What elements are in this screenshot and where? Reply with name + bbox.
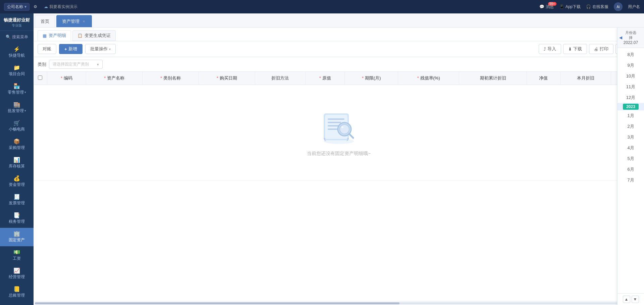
category-select[interactable]: 请选择固定资产类别 — [49, 60, 103, 69]
month-item-3[interactable]: 3月 — [618, 132, 644, 143]
download-btn[interactable]: ⬇ 下载 — [563, 44, 587, 54]
tab-close-icon[interactable]: × — [82, 19, 86, 24]
demo-cloud-icon: ☁ — [44, 4, 48, 9]
sidebar-item-project[interactable]: 📁 项目合同 — [0, 62, 34, 80]
sidebar-item-tax[interactable]: 📑 税务管理 — [0, 209, 34, 228]
sidebar-item-purchase[interactable]: 📦 采购管理 — [0, 136, 34, 154]
top-bar: 公司名称 ▾ ⚙ ☁ 我要看实例演示 💬 消息 99+ 📱 App下载 🎧 在线… — [0, 0, 644, 13]
app-icon: 📱 — [559, 4, 564, 9]
message-badge: 99+ — [548, 2, 556, 6]
import-btn[interactable]: ⤴ 导入 — [539, 44, 561, 54]
month-item-9[interactable]: 9月 — [618, 60, 644, 71]
th-net-value: 净值 — [527, 72, 560, 85]
sidebar-item-salary[interactable]: 💵 工资 — [0, 246, 34, 265]
tab-home[interactable]: 首页 — [35, 15, 55, 27]
user-avatar[interactable]: Ai — [614, 2, 623, 11]
print-btn[interactable]: 🖨 打印 — [589, 44, 613, 54]
month-list: 8月 9月 10月 11月 12月 2023 1月 2月 3月 4月 5月 6月… — [618, 48, 644, 293]
invoice-label: 发票管理 — [9, 200, 25, 206]
table-body: 当前您还没有固定资产明细哦~ — [34, 85, 644, 181]
svg-line-9 — [349, 134, 353, 138]
month-item-2[interactable]: 2月 — [618, 121, 644, 132]
th-net-value-label: 净值 — [539, 75, 548, 81]
app-title: 畅捷通好业财 — [3, 17, 31, 23]
month-item-8[interactable]: 8月 — [618, 49, 644, 60]
sidebar-item-inventory[interactable]: 📊 库存核算 — [0, 154, 34, 172]
reconcile-btn[interactable]: 对账 — [38, 44, 56, 54]
wholesale-with-arrow: 批发管理 ▾ — [8, 108, 26, 114]
month-item-1[interactable]: 1月 — [618, 110, 644, 121]
invoice-icon: 🧾 — [13, 194, 20, 200]
add-icon: + — [64, 47, 67, 52]
sidebar-item-ledger[interactable]: 📒 总账管理 — [0, 283, 34, 302]
online-service-btn[interactable]: 🎧 在线客服 — [586, 4, 608, 10]
horizontal-scrollbar[interactable] — [34, 301, 644, 305]
month-item-4[interactable]: 4月 — [618, 143, 644, 153]
month-item-5[interactable]: 5月 — [618, 153, 644, 164]
sidebar-nav: ⚡ 快捷导航 📁 项目合同 🏪 零售管理 ▾ 🏬 批发管理 ▾ — [0, 42, 34, 305]
empty-text: 当前您还没有固定资产明细哦~ — [307, 151, 371, 157]
sidebar-item-ecommerce[interactable]: 🛒 小畅电商 — [0, 117, 34, 136]
svg-rect-3 — [328, 118, 344, 120]
batch-ops-label: 批量操作 — [90, 46, 108, 52]
sidebar-item-retail[interactable]: 🏪 零售管理 ▾ — [0, 80, 34, 99]
salary-label: 工资 — [13, 256, 21, 261]
ledger-icon: 📒 — [13, 287, 20, 292]
settings-btn[interactable]: ⚙ — [34, 4, 37, 9]
wholesale-arrow-icon: ▾ — [24, 109, 26, 112]
tax-label: 税务管理 — [9, 219, 25, 224]
sidebar: 畅捷通好业财 专业版 🔍 搜索菜单 ⚡ 快捷导航 📁 项目合同 🏪 零售管理 ▾ — [0, 13, 34, 305]
th-original-value-label: 原值 — [322, 75, 331, 81]
operations-icon: 📈 — [13, 268, 20, 273]
message-btn[interactable]: 💬 消息 99+ — [539, 4, 554, 10]
sidebar-search[interactable]: 🔍 搜索菜单 — [0, 32, 34, 42]
svg-rect-4 — [328, 122, 341, 123]
th-checkbox[interactable] — [34, 72, 47, 85]
table-container: * 编码 * 资产名称 * 类别名称 * 购买日期 折旧方法 * 原值 * 期限… — [34, 72, 644, 301]
batch-ops-btn[interactable]: 批量操作 ▾ — [85, 44, 116, 54]
select-all-checkbox[interactable] — [38, 75, 42, 80]
sidebar-item-quick-nav[interactable]: ⚡ 快捷导航 — [0, 43, 34, 62]
download-icon: ⬇ — [568, 47, 572, 52]
fund-icon: 💰 — [13, 176, 20, 181]
th-residual-rate-label: 残值率(%) — [420, 75, 440, 81]
demo-btn[interactable]: ☁ 我要看实例演示 — [44, 4, 77, 10]
month-panel-title: 月份选择 — [624, 30, 638, 40]
month-item-11[interactable]: 11月 — [618, 82, 644, 92]
month-panel-left-icon[interactable]: ◀ — [619, 35, 622, 40]
month-nav-down-btn[interactable]: ▼ — [632, 296, 639, 303]
user-name: 用户名 — [628, 4, 640, 10]
app-download-btn[interactable]: 📱 App下载 — [559, 4, 581, 10]
company-dropdown-icon[interactable]: ▾ — [24, 4, 26, 9]
ecommerce-icon: 🛒 — [13, 120, 20, 126]
tab-asset-mgmt[interactable]: 资产管理 × — [56, 15, 92, 27]
scrollbar-track — [35, 302, 643, 304]
company-selector[interactable]: 公司名称 ▾ — [4, 3, 30, 11]
subtab-asset-detail[interactable]: 资产明细 — [38, 30, 71, 41]
toolbar: 对账 + 新增 批量操作 ▾ ⤴ 导入 — [34, 41, 644, 57]
month-panel-year-label: 2022.07 — [624, 40, 638, 45]
sidebar-item-basic-info[interactable]: ℹ 基础信息 — [0, 302, 34, 305]
sidebar-item-wholesale[interactable]: 🏬 批发管理 ▾ — [0, 99, 34, 117]
sidebar-item-invoice[interactable]: 🧾 发票管理 — [0, 191, 34, 209]
inventory-icon: 📊 — [13, 157, 20, 163]
subtab-change-voucher[interactable]: 变更生成凭证 — [72, 30, 116, 41]
month-item-6[interactable]: 6月 — [618, 164, 644, 175]
month-nav-up-btn[interactable]: ▲ — [623, 296, 630, 303]
month-item-7[interactable]: 7月 — [618, 175, 644, 186]
sub-tab-bar: 资产明细 变更生成凭证 — [34, 28, 644, 41]
add-btn[interactable]: + 新增 — [59, 44, 83, 54]
app-download-label: App下载 — [566, 4, 581, 10]
main-layout: 畅捷通好业财 专业版 🔍 搜索菜单 ⚡ 快捷导航 📁 项目合同 🏪 零售管理 ▾ — [0, 13, 644, 305]
print-label: 打印 — [600, 46, 608, 52]
sidebar-item-fund[interactable]: 💰 资金管理 — [0, 172, 34, 191]
top-bar-right: 💬 消息 99+ 📱 App下载 🎧 在线客服 Ai 用户名 — [539, 2, 640, 11]
sidebar-item-fixed-assets[interactable]: 🏢 固定资产 — [0, 228, 34, 246]
month-item-10[interactable]: 10月 — [618, 71, 644, 82]
add-label: 新增 — [68, 46, 77, 52]
sidebar-item-operations[interactable]: 📈 经营管理 — [0, 265, 34, 283]
th-period: * 期限(月) — [345, 72, 398, 85]
select-arrow-icon — [97, 62, 99, 67]
top-bar-left: 公司名称 ▾ ⚙ ☁ 我要看实例演示 — [4, 3, 539, 11]
month-item-12[interactable]: 12月 — [618, 92, 644, 103]
